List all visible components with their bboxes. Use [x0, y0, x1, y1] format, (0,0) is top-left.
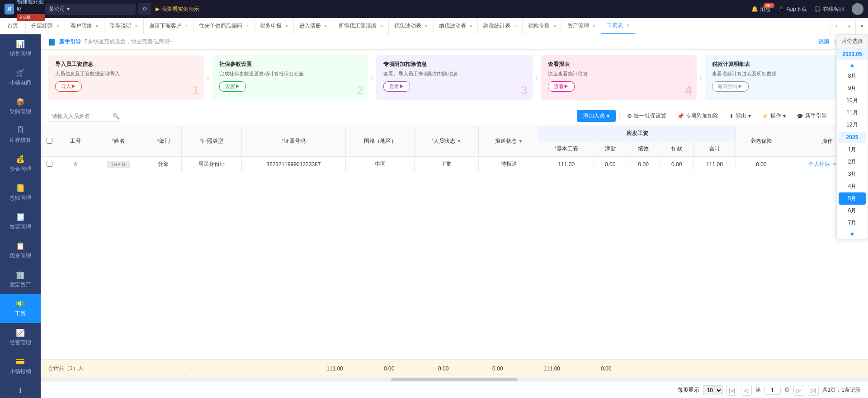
th-idno: *证照号码	[241, 126, 345, 157]
newguide-button[interactable]: 🎓 新手引导	[793, 110, 830, 122]
user-avatar[interactable]	[852, 3, 863, 15]
footer-pension: 0.00	[579, 365, 633, 372]
month-item-3[interactable]: 3月	[837, 168, 868, 180]
month-up-button[interactable]: ▲	[848, 62, 856, 68]
month-item-5[interactable]: 5月	[839, 192, 866, 205]
tab-kehu[interactable]: 客户联络×	[65, 18, 104, 34]
close-icon[interactable]: ×	[593, 23, 595, 28]
status-filter-icon[interactable]: ▼	[457, 139, 462, 144]
tab-nadong[interactable]: 纳税波动表×	[434, 18, 478, 34]
operate-chevron-icon: ▾	[783, 113, 786, 119]
month-item-1[interactable]: 1月	[837, 144, 868, 156]
tab-qingce[interactable]: 进入清册×	[294, 18, 333, 34]
month-item-6[interactable]: 6月	[837, 205, 868, 217]
operate-button[interactable]: ⚡ 操作 ▾	[758, 110, 789, 122]
app-download-button[interactable]: 📱 App下载	[778, 5, 807, 13]
demo-link[interactable]: ▶ 我要看实例演示	[156, 5, 199, 13]
sidebar-item-invoice[interactable]: 🧾 发票管理	[0, 207, 41, 236]
step-5-button[interactable]: 敬请期待▶	[712, 81, 749, 92]
month-item-9[interactable]: 9月	[837, 82, 868, 94]
close-icon[interactable]: ×	[553, 23, 556, 28]
select-all-checkbox[interactable]	[47, 138, 52, 144]
message-button[interactable]: 🔔 消息 99+	[751, 5, 771, 13]
tab-yaoqing[interactable]: 邀请下游客户×	[144, 18, 194, 34]
close-icon[interactable]: ×	[380, 23, 383, 28]
online-service-button[interactable]: 🎧 在线客服	[814, 5, 844, 13]
sidebar-item-finance[interactable]: 💰 资金管理	[0, 150, 41, 178]
month-item-8[interactable]: 8月	[837, 70, 868, 82]
close-icon[interactable]: ×	[57, 23, 59, 28]
tab-zichan[interactable]: 资产管理×	[562, 18, 601, 34]
tab-natongji[interactable]: 纳税统计表×	[478, 18, 523, 34]
tab-close-all-button[interactable]: ×	[855, 18, 868, 34]
search-icon[interactable]: 🔍	[113, 113, 119, 119]
tab-shuiwu[interactable]: 税务申报×	[255, 18, 294, 34]
close-icon[interactable]: ×	[96, 23, 99, 28]
horizontal-scrollbar[interactable]	[41, 377, 868, 382]
close-icon[interactable]: ×	[185, 23, 188, 28]
report-filter-icon[interactable]: ▼	[518, 139, 523, 144]
month-year-display: 2023.05	[837, 48, 868, 60]
step-3-button[interactable]: 查看▶	[383, 81, 410, 92]
tab-yindao[interactable]: 引导说明×	[104, 18, 144, 34]
month-item-11[interactable]: 11月	[837, 107, 868, 119]
add-person-button[interactable]: 添加人员 ▾	[577, 110, 616, 122]
social-settings-button[interactable]: ⚙ 统一社保设置	[623, 110, 670, 122]
month-item-2[interactable]: 2月	[837, 156, 868, 168]
sidebar-item-assets[interactable]: 🏢 固定资产	[0, 265, 41, 294]
month-item-10[interactable]: 10月	[837, 94, 868, 107]
row-checkbox[interactable]	[47, 161, 52, 167]
sidebar-item-sales[interactable]: 📊 销售管理	[0, 34, 41, 63]
month-item-7[interactable]: 7月	[837, 217, 868, 229]
close-icon[interactable]: ×	[425, 23, 428, 28]
close-icon[interactable]: ×	[514, 23, 517, 28]
tab-fengjing[interactable]: 分层经营×	[26, 18, 65, 34]
close-icon[interactable]: ×	[135, 23, 138, 28]
close-icon[interactable]: ×	[470, 23, 472, 28]
step-1-button[interactable]: 导入▶	[55, 81, 82, 92]
month-down-button[interactable]: ▼	[848, 231, 856, 237]
sidebar-item-ledger[interactable]: 📒 总账管理	[0, 178, 41, 207]
sidebar-item-ecommerce[interactable]: 🛒 小畅电商	[0, 63, 41, 92]
step-card-2: 社保参数设置 完成社保参数设置自动计算社保公积金 设置▶ 2	[212, 55, 368, 100]
tab-zhuanjia[interactable]: 税检专家×	[523, 18, 562, 34]
sidebar-item-salary[interactable]: 💵 工资	[0, 294, 41, 323]
th-allowance: 津贴	[594, 141, 627, 157]
tab-gongzi[interactable]: 工资表×	[601, 18, 635, 34]
special-deduction-button[interactable]: 📌 专项附加扣除	[674, 110, 722, 122]
close-icon[interactable]: ×	[246, 23, 249, 28]
guide-video-button[interactable]: 视频	[818, 38, 829, 46]
page-size-select[interactable]: 10 20 50	[703, 385, 723, 395]
tab-bianma[interactable]: 往来单位商品编码×	[193, 18, 255, 34]
tab-suode[interactable]: 所得税汇算清缴×	[333, 18, 389, 34]
workspace-selector[interactable]: 某公司 ▾	[45, 4, 136, 15]
sidebar-item-basic[interactable]: ℹ 基础信息	[0, 381, 41, 398]
sidebar-item-tax[interactable]: 📋 税务管理	[0, 236, 41, 265]
last-page-button[interactable]: ▷|	[808, 385, 819, 396]
tab-next-button[interactable]: ›	[843, 18, 855, 34]
action-personal-social[interactable]: 个人社保	[808, 161, 830, 167]
first-page-button[interactable]: |◁	[726, 385, 737, 396]
close-icon[interactable]: ×	[627, 23, 629, 28]
sidebar-item-purchase[interactable]: 📦 采购管理	[0, 92, 41, 121]
step-2-button[interactable]: 设置▶	[219, 81, 246, 92]
search-input[interactable]	[52, 113, 111, 119]
tab-prev-button[interactable]: ‹	[830, 18, 843, 34]
sidebar-item-expense[interactable]: 💳 小畅报销	[0, 352, 41, 381]
page-input[interactable]	[764, 386, 781, 395]
settings-button[interactable]: ⚙	[138, 3, 151, 15]
step-4-button[interactable]: 查看▶	[548, 81, 575, 92]
close-icon[interactable]: ×	[325, 23, 327, 28]
tab-shuifu[interactable]: 税负波动表×	[389, 18, 434, 34]
export-chevron-icon: ▾	[748, 113, 751, 119]
next-page-button[interactable]: ▷	[793, 385, 804, 396]
close-icon[interactable]: ×	[285, 23, 288, 28]
th-group-salary: 应发工资	[539, 126, 736, 141]
sidebar-item-label: 小畅报销	[9, 368, 31, 375]
sidebar-item-inventory[interactable]: 🗄 库存核算	[0, 121, 41, 150]
month-item-12[interactable]: 12月	[837, 119, 868, 131]
export-button[interactable]: ⬇ 导出 ▾	[726, 110, 755, 122]
sidebar-item-management[interactable]: 📈 经营管理	[0, 323, 41, 352]
month-item-4[interactable]: 4月	[837, 180, 868, 192]
prev-page-button[interactable]: ◁	[741, 385, 752, 396]
